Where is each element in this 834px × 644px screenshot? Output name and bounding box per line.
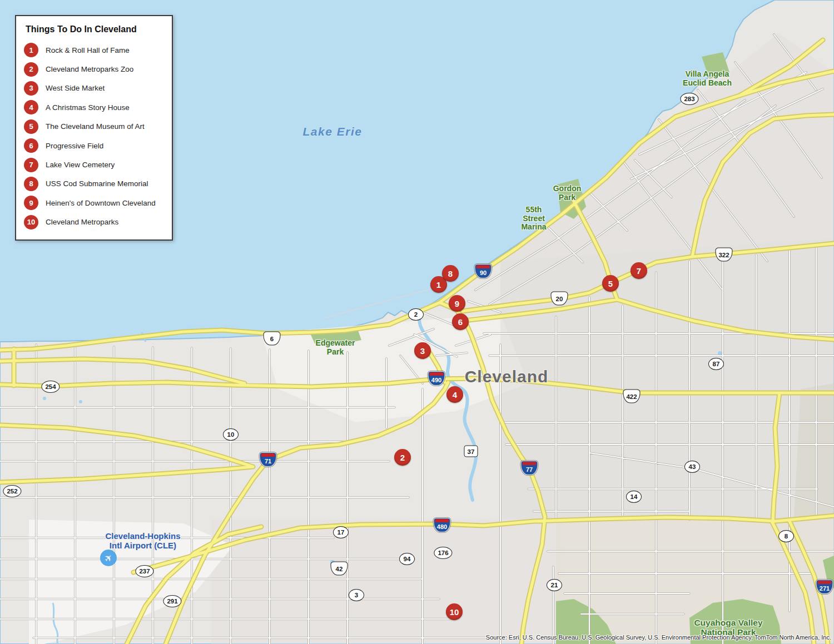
map-label-villa-angela-euclid-beach: Villa AngelaEuclid Beach — [683, 70, 732, 87]
map-label-edgewater-park: EdgewaterPark — [316, 339, 355, 356]
map-label-cleveland: Cleveland — [465, 367, 549, 386]
map-marker-4[interactable]: 4 — [446, 386, 463, 403]
legend-item: 8USS Cod Submarine Memorial — [24, 174, 164, 193]
legend-panel: Things To Do In Cleveland 1Rock & Roll H… — [15, 15, 173, 241]
map-marker-2[interactable]: 2 — [394, 449, 411, 466]
legend-item: 9Heinen's of Downtown Cleveland — [24, 193, 164, 212]
map-marker-3[interactable]: 3 — [414, 342, 431, 359]
legend-item-label: USS Cod Submarine Memorial — [46, 179, 148, 188]
legend-item-label: Heinen's of Downtown Cleveland — [46, 199, 156, 207]
legend-item-number: 2 — [24, 62, 38, 77]
route-shield-8: 8 — [778, 530, 794, 542]
map-canvas[interactable]: Things To Do In Cleveland 1Rock & Roll H… — [0, 0, 834, 644]
route-shield-94: 94 — [399, 553, 415, 565]
map-marker-9[interactable]: 9 — [449, 295, 465, 312]
source-attribution: Source: Esri, U.S. Census Bureau, U.S. G… — [486, 634, 831, 641]
legend-item-label: Cleveland Metroparks Zoo — [46, 65, 133, 73]
legend-item-label: The Cleveland Museum of Art — [46, 122, 145, 131]
legend-item-number: 1 — [24, 43, 38, 57]
legend-item: 3West Side Market — [24, 79, 164, 98]
map-marker-6[interactable]: 6 — [452, 313, 469, 330]
legend-item-label: A Christmas Story House — [46, 103, 130, 112]
legend-item-number: 7 — [24, 158, 38, 172]
map-label-lake-erie: Lake Erie — [303, 125, 363, 138]
legend-item: 10Cleveland Metroparks — [24, 213, 164, 232]
map-marker-7[interactable]: 7 — [631, 262, 647, 279]
route-shield-252: 252 — [3, 485, 21, 497]
route-shield-291: 291 — [163, 595, 181, 607]
legend-item-label: Cleveland Metroparks — [46, 218, 118, 226]
route-shield-2: 2 — [408, 308, 424, 321]
map-marker-5[interactable]: 5 — [602, 275, 619, 292]
legend-title: Things To Do In Cleveland — [26, 24, 164, 34]
route-shield-283: 283 — [680, 93, 698, 105]
legend-item-label: Rock & Roll Hall of Fame — [46, 46, 130, 54]
route-shield-10: 10 — [223, 428, 239, 441]
route-shield-3: 3 — [349, 589, 364, 601]
route-shield-17: 17 — [333, 526, 349, 538]
legend-list: 1Rock & Roll Hall of Fame2Cleveland Metr… — [24, 41, 164, 232]
map-label-55th-street-marina: 55thStreetMarina — [521, 206, 546, 232]
route-shield-37: 37 — [464, 446, 478, 457]
legend-item-number: 3 — [24, 81, 38, 96]
route-shield-43: 43 — [684, 461, 700, 473]
legend-item-number: 4 — [24, 100, 38, 114]
legend-item: 1Rock & Roll Hall of Fame — [24, 41, 164, 59]
legend-item: 5The Cleveland Museum of Art — [24, 117, 164, 136]
airplane-icon: ✈ — [100, 550, 117, 566]
map-marker-10[interactable]: 10 — [446, 603, 463, 620]
legend-item-number: 8 — [24, 177, 38, 191]
route-shield-237: 237 — [135, 565, 153, 577]
map-label-cleveland-hopkins-intl-airport: Cleveland-HopkinsIntl Airport (CLE) — [105, 532, 180, 551]
legend-item-number: 6 — [24, 138, 38, 153]
legend-item-number: 5 — [24, 119, 38, 134]
legend-item-label: Progressive Field — [46, 142, 103, 150]
legend-item-label: Lake View Cemetery — [46, 161, 115, 169]
legend-item: 2Cleveland Metroparks Zoo — [24, 59, 164, 78]
route-shield-14: 14 — [626, 491, 642, 503]
legend-item: 7Lake View Cemetery — [24, 155, 164, 174]
map-label-gordon-park: GordonPark — [553, 184, 582, 202]
route-shield-21: 21 — [547, 579, 562, 591]
legend-item-number: 9 — [24, 196, 38, 210]
legend-item: 6Progressive Field — [24, 136, 164, 155]
legend-item-number: 10 — [24, 215, 38, 229]
legend-item-label: West Side Market — [46, 84, 105, 92]
route-shield-87: 87 — [708, 358, 724, 370]
route-shield-176: 176 — [434, 547, 452, 559]
route-shield-254: 254 — [41, 381, 59, 393]
map-marker-8[interactable]: 8 — [442, 265, 459, 282]
legend-item: 4A Christmas Story House — [24, 98, 164, 117]
